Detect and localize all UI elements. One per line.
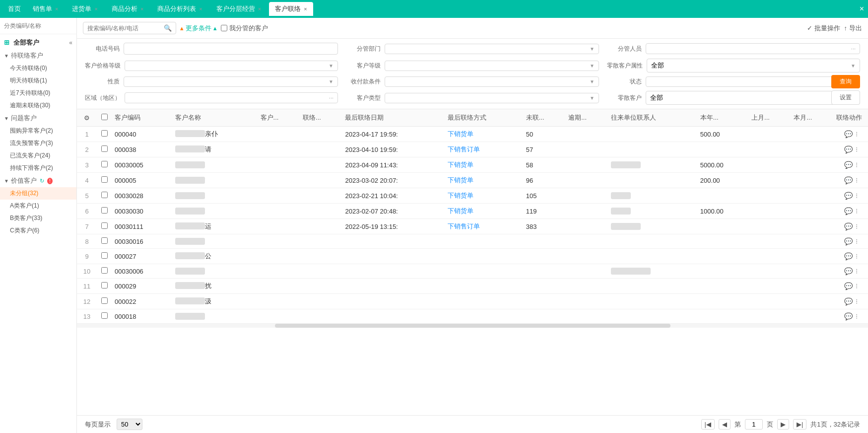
more-icon[interactable]: ⁝ <box>856 145 858 153</box>
sidebar-item-ungroup[interactable]: 未分组(32) <box>0 187 76 200</box>
more-icon[interactable]: ⁝ <box>856 312 858 320</box>
reset-button[interactable]: 设置 <box>831 90 860 105</box>
page-input[interactable] <box>745 419 763 430</box>
search-input[interactable] <box>87 25 162 32</box>
row-checkbox[interactable] <box>101 192 108 198</box>
more-icon[interactable]: ⁝ <box>856 282 858 290</box>
row-checkbox[interactable] <box>101 237 108 244</box>
sparse-attr-select[interactable]: 全部 ▼ <box>647 59 860 72</box>
sidebar-item-overdue[interactable]: 逾期未联络(30) <box>0 99 76 112</box>
payment-select[interactable]: ▼ <box>385 76 599 87</box>
last-method-link[interactable]: 下销货单 <box>448 161 473 168</box>
last-method-link[interactable]: 下销货单 <box>448 207 473 215</box>
customer-level-select[interactable]: ▼ <box>385 61 599 71</box>
more-icon[interactable]: ⁝ <box>856 222 858 230</box>
more-conditions-btn[interactable]: ▴ 更多条件 ▴ <box>180 24 217 33</box>
query-button[interactable]: 查询 <box>831 75 860 88</box>
message-icon[interactable]: 💬 <box>844 222 853 230</box>
my-customers-checkbox[interactable] <box>221 25 227 31</box>
sidebar-item-churned[interactable]: 已流失客户(24) <box>0 149 76 162</box>
nature-select[interactable]: ▼ <box>124 76 338 87</box>
row-checkbox[interactable] <box>101 252 108 259</box>
more-icon[interactable]: ⁝ <box>856 130 858 138</box>
manager-select[interactable]: ··· <box>646 43 860 54</box>
tab-purchase[interactable]: 进货单 × <box>66 2 103 16</box>
more-icon[interactable]: ⁝ <box>856 176 858 184</box>
status-select[interactable]: ▼ <box>646 76 860 87</box>
tab-sales[interactable]: 销售单 × <box>27 2 64 16</box>
problem-customers-header[interactable]: ▼ 问题客户 <box>0 112 76 125</box>
message-icon[interactable]: 💬 <box>844 161 853 169</box>
row-checkbox[interactable] <box>101 312 108 319</box>
message-icon[interactable]: 💬 <box>844 282 853 290</box>
row-checkbox[interactable] <box>101 161 108 167</box>
sidebar-item-week[interactable]: 近7天待联络(0) <box>0 87 76 99</box>
refresh-icon[interactable]: ↻ <box>40 178 44 184</box>
row-checkbox[interactable] <box>101 207 108 214</box>
row-checkbox[interactable] <box>101 267 108 274</box>
customer-type-select[interactable]: ▼ <box>385 93 599 103</box>
search-icon[interactable]: 🔍 <box>164 24 172 32</box>
last-method-link[interactable]: 下销货单 <box>448 130 473 138</box>
sidebar-search-input[interactable] <box>4 22 77 29</box>
tab-customer-contact[interactable]: 客户联络 × <box>269 2 313 16</box>
region-select[interactable]: ··· <box>125 92 338 103</box>
last-method-link[interactable]: 下销货单 <box>448 192 473 199</box>
sidebar-item-today[interactable]: 今天待联络(0) <box>0 62 76 74</box>
row-checkbox[interactable] <box>101 282 108 289</box>
last-method-link[interactable]: 下销货单 <box>448 176 473 184</box>
more-icon[interactable]: ⁝ <box>856 267 858 275</box>
message-icon[interactable]: 💬 <box>844 312 853 320</box>
sidebar-item-declining[interactable]: 持续下滑客户(2) <box>0 162 76 174</box>
close-icon[interactable]: × <box>140 6 143 12</box>
sparse-customer-select[interactable]: 全部 ▼ <box>646 91 860 105</box>
collapse-icon[interactable]: « <box>69 39 72 46</box>
more-icon[interactable]: ⁝ <box>856 237 858 245</box>
tab-customer-tier[interactable]: 客户分层经营 × <box>210 2 267 16</box>
sidebar-item-abnormal[interactable]: 囤购异常客户(2) <box>0 125 76 137</box>
tab-product-list[interactable]: 商品分析列表 × <box>151 2 208 16</box>
sidebar-item-churn-warning[interactable]: 流失预警客户(3) <box>0 137 76 149</box>
all-customers-header[interactable]: ⊞ 全部客户 « <box>0 34 76 49</box>
row-checkbox[interactable] <box>101 130 108 137</box>
home-tab[interactable]: 首页 <box>4 4 25 13</box>
pending-contact-header[interactable]: ▼ 待联络客户 <box>0 49 76 62</box>
message-icon[interactable]: 💬 <box>844 297 853 305</box>
ellipsis-icon[interactable]: ··· <box>329 95 334 101</box>
window-close-icon[interactable]: × <box>860 4 864 13</box>
settings-column-header[interactable]: ⚙ <box>77 109 97 127</box>
message-icon[interactable]: 💬 <box>844 130 853 138</box>
row-checkbox[interactable] <box>101 145 108 152</box>
more-icon[interactable]: ⁝ <box>856 207 858 215</box>
first-page-btn[interactable]: |◀ <box>701 419 715 430</box>
message-icon[interactable]: 💬 <box>844 252 853 260</box>
close-icon[interactable]: × <box>199 6 202 12</box>
message-icon[interactable]: 💬 <box>844 176 853 184</box>
row-checkbox[interactable] <box>101 176 108 183</box>
sidebar-item-a-class[interactable]: A类客户(1) <box>0 200 76 212</box>
next-page-btn[interactable]: ▶ <box>777 419 789 430</box>
phone-input[interactable] <box>124 43 338 55</box>
close-icon[interactable]: × <box>304 6 307 12</box>
close-icon[interactable]: × <box>94 6 97 12</box>
more-icon[interactable]: ⁝ <box>856 252 858 260</box>
horizontal-scrollbar[interactable] <box>77 324 868 328</box>
export-btn[interactable]: ↑ 导出 <box>844 24 863 33</box>
more-icon[interactable]: ⁝ <box>856 192 858 200</box>
price-level-select[interactable]: ▼ <box>125 61 338 71</box>
last-page-btn[interactable]: ▶| <box>793 419 806 430</box>
more-icon[interactable]: ⁝ <box>856 161 858 169</box>
sidebar-item-tomorrow[interactable]: 明天待联络(1) <box>0 74 76 87</box>
message-icon[interactable]: 💬 <box>844 267 853 275</box>
sidebar-item-b-class[interactable]: B类客户(33) <box>0 212 76 224</box>
value-customers-header[interactable]: ▼ 价值客户 ↻ ! <box>0 174 76 187</box>
ellipsis-icon[interactable]: ··· <box>851 46 856 52</box>
sidebar-item-c-class[interactable]: C类客户(6) <box>0 224 76 237</box>
more-icon[interactable]: ⁝ <box>856 297 858 305</box>
last-method-link[interactable]: 下销售订单 <box>448 222 480 230</box>
message-icon[interactable]: 💬 <box>844 145 853 153</box>
message-icon[interactable]: 💬 <box>844 237 853 245</box>
close-icon[interactable]: × <box>258 6 261 12</box>
message-icon[interactable]: 💬 <box>844 192 853 200</box>
dept-select[interactable]: ▼ <box>385 44 599 54</box>
